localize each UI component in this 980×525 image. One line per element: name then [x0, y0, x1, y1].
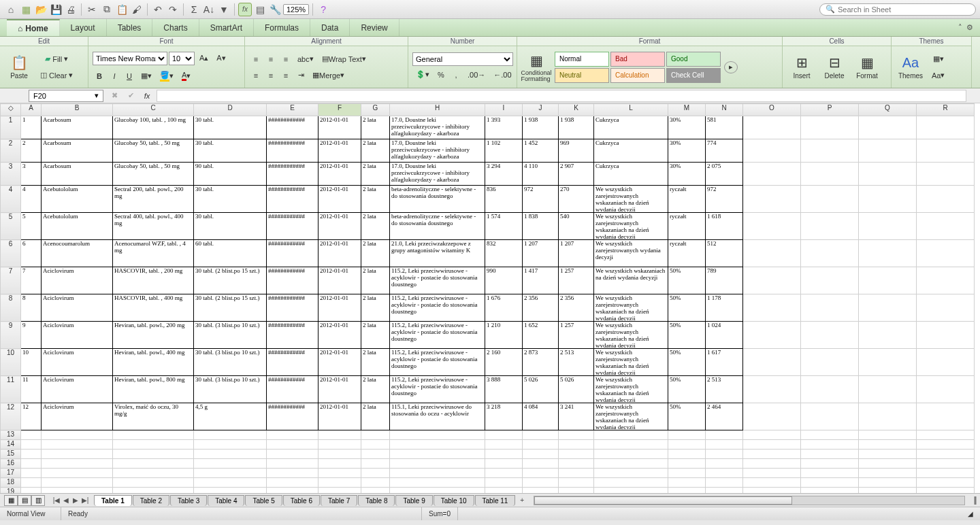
cell-F6[interactable]: 2012-01-01	[318, 240, 361, 267]
cell-G2[interactable]: 2 lata	[361, 139, 390, 163]
add-sheet-button[interactable]: +	[516, 496, 528, 504]
cell-A19[interactable]	[21, 488, 42, 494]
cell-I2[interactable]: 1 102	[485, 139, 523, 163]
cancel-formula-icon[interactable]: ✖	[108, 88, 121, 103]
cell-Q7[interactable]	[859, 267, 917, 294]
cell-H5[interactable]: beta-adrenolityczne - selektywne - do st…	[390, 213, 485, 240]
sheet-tab[interactable]: Table 11	[475, 495, 516, 506]
cell-P16[interactable]	[801, 459, 859, 469]
filter-icon[interactable]: ▼	[217, 3, 231, 16]
cell-E10[interactable]: ############	[267, 349, 318, 376]
cell-Q6[interactable]	[859, 240, 917, 267]
cell-K19[interactable]	[559, 488, 594, 494]
cell-C9[interactable]: Heviran, tabl. powl., 200 mg	[113, 322, 194, 349]
cell-R17[interactable]	[917, 469, 975, 478]
tab-layout[interactable]: Layout	[60, 19, 107, 36]
col-header-L[interactable]: L	[594, 104, 668, 116]
cell-R18[interactable]	[917, 478, 975, 488]
cell-D15[interactable]	[194, 450, 267, 459]
cell-K6[interactable]: 1 207	[559, 240, 594, 267]
cell-K10[interactable]: 2 513	[559, 349, 594, 376]
cell-A10[interactable]: 10	[21, 349, 42, 376]
sheet-tab[interactable]: Table 3	[170, 495, 207, 506]
cell-I19[interactable]	[485, 488, 523, 494]
cell-K11[interactable]: 5 026	[559, 376, 594, 403]
tab-data[interactable]: Data	[310, 19, 350, 36]
cell-B1[interactable]: Acarbosum	[42, 116, 113, 139]
cell-I1[interactable]: 1 393	[485, 116, 523, 139]
cell-P5[interactable]	[801, 213, 859, 240]
cell-P17[interactable]	[801, 469, 859, 478]
cell-R14[interactable]	[917, 440, 975, 450]
cell-E7[interactable]: ############	[267, 267, 318, 294]
redo-icon[interactable]: ↷	[166, 3, 180, 16]
cell-E4[interactable]: ############	[267, 186, 318, 213]
cell-J10[interactable]: 2 873	[523, 349, 559, 376]
cell-E13[interactable]	[267, 430, 318, 440]
cell-C11[interactable]: Heviran, tabl. powl., 800 mg	[113, 376, 194, 403]
cell-H17[interactable]	[390, 469, 485, 478]
sheet-tab[interactable]: Table 4	[208, 495, 244, 506]
cell-D12[interactable]: 4,5 g	[194, 403, 267, 430]
cell-O19[interactable]	[743, 488, 801, 494]
cell-I9[interactable]: 1 210	[485, 322, 523, 349]
cell-G3[interactable]: 2 lata	[361, 163, 390, 186]
tab-review[interactable]: Review	[350, 19, 399, 36]
cell-A15[interactable]	[21, 450, 42, 459]
cell-J15[interactable]	[523, 450, 559, 459]
cell-C6[interactable]: Acenocumarol WZF, tabl. , 4 mg	[113, 240, 194, 267]
cell-F1[interactable]: 2012-01-01	[318, 116, 361, 139]
cell-M15[interactable]	[668, 450, 706, 459]
cell-B12[interactable]: Aciclovirum	[42, 403, 113, 430]
cell-K16[interactable]	[559, 459, 594, 469]
cell-B8[interactable]: Aciclovirum	[42, 294, 113, 322]
cell-M18[interactable]	[668, 478, 706, 488]
cell-O18[interactable]	[743, 478, 801, 488]
cell-I10[interactable]: 2 160	[485, 349, 523, 376]
cell-M9[interactable]: 50%	[668, 322, 706, 349]
style-bad[interactable]: Bad	[610, 52, 665, 67]
save-icon[interactable]: 💾	[49, 3, 63, 16]
cell-C15[interactable]	[113, 450, 194, 459]
cell-J16[interactable]	[523, 459, 559, 469]
cell-A1[interactable]: 1	[21, 116, 42, 139]
cell-G6[interactable]: 2 lata	[361, 240, 390, 267]
cell-O15[interactable]	[743, 450, 801, 459]
cell-F17[interactable]	[318, 469, 361, 478]
row-header-3[interactable]: 3	[1, 163, 21, 186]
cell-N7[interactable]: 789	[706, 267, 743, 294]
cell-E17[interactable]	[267, 469, 318, 478]
cell-E11[interactable]: ############	[267, 376, 318, 403]
cell-H18[interactable]	[390, 478, 485, 488]
cell-L5[interactable]: We wszystkich zarejestrowanych wskazania…	[594, 213, 668, 240]
cell-B14[interactable]	[42, 440, 113, 450]
align-bottom-button[interactable]: ≡	[279, 52, 293, 67]
col-header-F[interactable]: F	[318, 104, 361, 116]
cell-J12[interactable]: 4 084	[523, 403, 559, 430]
cell-P19[interactable]	[801, 488, 859, 494]
cell-K2[interactable]: 969	[559, 139, 594, 163]
cell-K4[interactable]: 270	[559, 186, 594, 213]
col-header-E[interactable]: E	[267, 104, 318, 116]
cell-C7[interactable]: HASCOVIR, tabl. , 200 mg	[113, 267, 194, 294]
cell-M19[interactable]	[668, 488, 706, 494]
fx-button[interactable]: fx	[140, 88, 154, 103]
cell-H6[interactable]: 21.0, Leki przeciwzakrzepowe z grupy ant…	[390, 240, 485, 267]
chart-icon[interactable]: ▤	[253, 3, 267, 16]
cell-L18[interactable]	[594, 478, 668, 488]
resize-handle[interactable]: ◢	[961, 507, 980, 520]
cell-P14[interactable]	[801, 440, 859, 450]
cell-D1[interactable]: 30 tabl.	[194, 116, 267, 139]
cell-M6[interactable]: ryczałt	[668, 240, 706, 267]
cell-L14[interactable]	[594, 440, 668, 450]
cell-C17[interactable]	[113, 469, 194, 478]
chevron-down-icon[interactable]: ▾	[95, 91, 99, 100]
col-header-N[interactable]: N	[706, 104, 743, 116]
cell-A18[interactable]	[21, 478, 42, 488]
cell-N13[interactable]	[706, 430, 743, 440]
cell-O17[interactable]	[743, 469, 801, 478]
cell-L12[interactable]: We wszystkich zarejestrowanych wskazania…	[594, 403, 668, 430]
cell-F8[interactable]: 2012-01-01	[318, 294, 361, 322]
cell-D8[interactable]: 30 tabl. (2 blist.po 15 szt.)	[194, 294, 267, 322]
font-size-select[interactable]: 10	[169, 52, 195, 65]
